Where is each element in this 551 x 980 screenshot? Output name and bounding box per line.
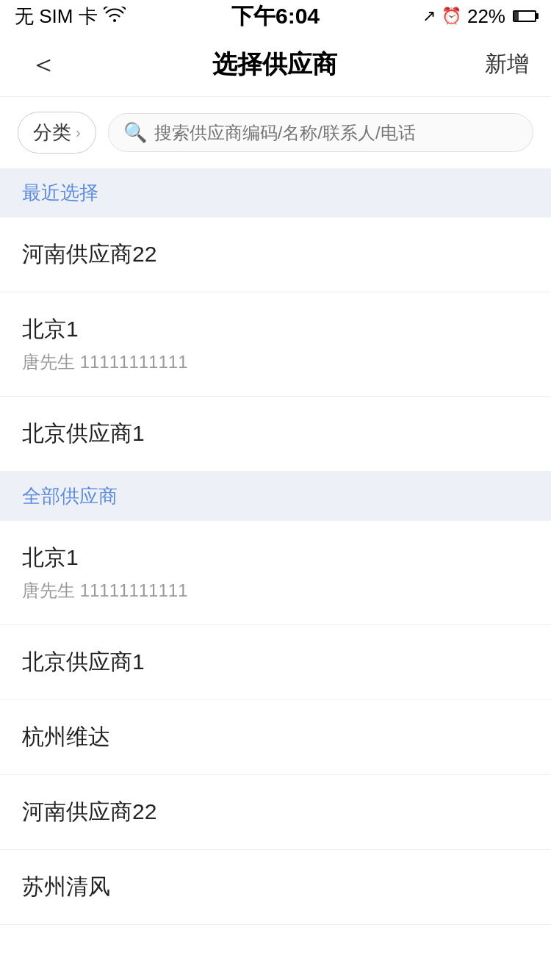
category-label: 分类 (33, 120, 71, 145)
section-header-recent: 最近选择 (0, 168, 551, 217)
search-input[interactable] (154, 123, 518, 143)
item-sub: 唐先生 11111111111 (22, 350, 529, 374)
back-button[interactable]: ＜ (22, 38, 65, 90)
list-item[interactable]: 北京供应商1 (0, 625, 551, 700)
supplier-list: 最近选择河南供应商22北京1唐先生 11111111111北京供应商1全部供应商… (0, 168, 551, 925)
page-title: 选择供应商 (212, 48, 337, 82)
item-name: 北京供应商1 (22, 419, 529, 449)
status-bar: 无 SIM 卡 下午6:04 ↗ ⏰ 22% (0, 0, 551, 32)
add-button[interactable]: 新增 (485, 49, 529, 79)
battery-text: 22% (467, 5, 505, 28)
item-name: 杭州维达 (22, 722, 529, 752)
list-item[interactable]: 北京供应商1 (0, 397, 551, 472)
item-sub: 唐先生 11111111111 (22, 579, 529, 602)
status-time: 下午6:04 (231, 1, 320, 32)
list-item[interactable]: 杭州维达 (0, 700, 551, 775)
wifi-icon (104, 5, 126, 28)
chevron-right-icon: › (76, 124, 81, 141)
item-name: 苏州清风 (22, 872, 529, 902)
item-name: 北京1 (22, 314, 529, 345)
status-left: 无 SIM 卡 (15, 4, 126, 29)
filter-bar: 分类 › 🔍 (0, 97, 551, 168)
list-item[interactable]: 河南供应商22 (0, 217, 551, 292)
item-name: 北京1 (22, 543, 529, 573)
category-button[interactable]: 分类 › (18, 112, 96, 154)
item-name: 北京供应商1 (22, 647, 529, 677)
carrier-text: 无 SIM 卡 (15, 4, 98, 29)
section-header-all: 全部供应商 (0, 472, 551, 521)
list-item[interactable]: 北京1唐先生 11111111111 (0, 521, 551, 625)
item-name: 河南供应商22 (22, 239, 529, 270)
search-box: 🔍 (108, 113, 533, 152)
battery-icon (513, 10, 536, 22)
nav-bar: ＜ 选择供应商 新增 (0, 32, 551, 97)
list-item[interactable]: 苏州清风 (0, 850, 551, 925)
status-right: ↗ ⏰ 22% (422, 5, 536, 28)
search-icon: 🔍 (123, 121, 147, 144)
item-name: 河南供应商22 (22, 797, 529, 827)
list-item[interactable]: 河南供应商22 (0, 775, 551, 850)
location-icon: ↗ (422, 7, 436, 26)
list-item[interactable]: 北京1唐先生 11111111111 (0, 292, 551, 397)
alarm-icon: ⏰ (442, 7, 461, 26)
